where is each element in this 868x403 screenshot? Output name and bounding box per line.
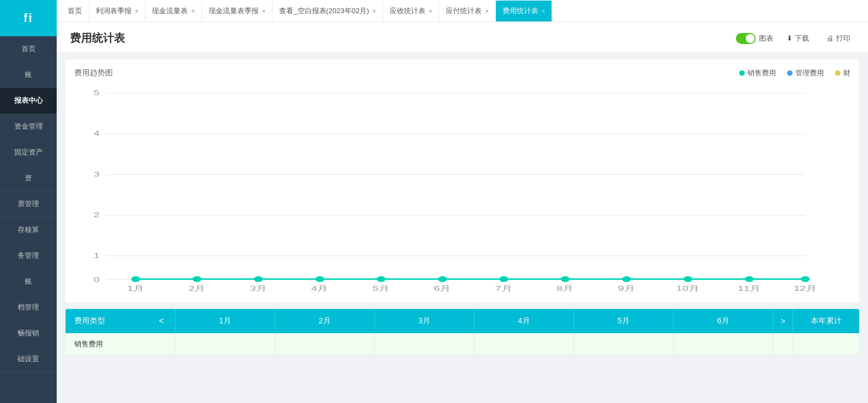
legend-label-finance: 财: [843, 68, 850, 78]
th-month-2: 2月: [275, 309, 375, 333]
th-ytd: 本年累计: [793, 309, 859, 333]
tab-cashflow[interactable]: 现金流量表 ×: [145, 1, 201, 21]
tab-expense[interactable]: 费用统计表 ×: [496, 1, 552, 21]
th-type: 费用类型 <: [65, 309, 176, 333]
table-header-row: 费用类型 < 1月 2月 3月 4月 5月: [65, 309, 859, 333]
nav-next-button[interactable]: >: [773, 309, 793, 333]
svg-text:2: 2: [94, 211, 100, 219]
th-month-1: 1月: [176, 309, 275, 333]
svg-text:3: 3: [94, 170, 100, 178]
svg-point-13: [193, 276, 201, 282]
sidebar-item-refund[interactable]: 畅报销: [0, 321, 57, 346]
chart-toggle-wrap: 图表: [736, 33, 773, 44]
svg-text:8月: 8月: [556, 284, 574, 292]
svg-point-22: [745, 276, 754, 282]
th-month-4: 4月: [474, 309, 574, 333]
svg-text:1月: 1月: [127, 284, 144, 292]
td-ytd: [793, 333, 859, 355]
tab-home[interactable]: 首页: [61, 1, 89, 21]
sidebar-item-settings[interactable]: 础设置: [0, 346, 57, 372]
sidebar-item-archive[interactable]: 档管理: [0, 295, 57, 321]
legend-sales: 销售费用: [739, 68, 776, 78]
svg-text:9月: 9月: [618, 284, 635, 292]
tab-close-expense[interactable]: ×: [542, 8, 545, 14]
svg-text:5月: 5月: [373, 284, 390, 292]
svg-point-15: [315, 276, 324, 282]
svg-point-18: [499, 276, 508, 282]
legend-label-mgmt: 管理费用: [795, 68, 824, 78]
svg-point-17: [438, 276, 447, 282]
tab-close-receivable[interactable]: ×: [429, 8, 432, 14]
svg-text:2月: 2月: [188, 284, 205, 292]
tab-close-profit[interactable]: ×: [135, 8, 138, 14]
tab-close-cashflow-q[interactable]: ×: [262, 8, 265, 14]
tab-close-blank-report[interactable]: ×: [373, 8, 376, 14]
legend-dot-mgmt: [787, 70, 793, 76]
chart-header: 费用趋势图 销售费用 管理费用 财: [74, 68, 850, 78]
th-month-3: 3月: [375, 309, 474, 333]
chart-legend: 销售费用 管理费用 财: [739, 68, 850, 78]
sidebar-item-salary[interactable]: 资: [0, 165, 57, 191]
tab-close-payable[interactable]: ×: [485, 8, 488, 14]
sidebar-item-service[interactable]: 务管理: [0, 243, 57, 269]
tab-bar: 首页 利润表季报 × 现金流量表 × 现金流量表季报 × 查看_空白报表(202…: [57, 0, 868, 22]
table-row: 销售费用: [65, 333, 859, 355]
td-m2: [275, 333, 375, 355]
svg-text:0: 0: [94, 275, 100, 284]
tab-close-cashflow[interactable]: ×: [191, 8, 194, 14]
chart-container: 5 4 3 2 1 0: [74, 85, 850, 294]
svg-text:4: 4: [94, 129, 100, 137]
legend-label-sales: 销售费用: [747, 68, 776, 78]
tab-cashflow-q[interactable]: 现金流量表季报 ×: [202, 1, 272, 21]
sidebar-item-finance[interactable]: 资金管理: [0, 114, 57, 140]
svg-text:4月: 4月: [311, 284, 328, 292]
page-header: 费用统计表 图表 ⬇ 下载 🖨 打印: [57, 22, 868, 53]
chart-section: 费用趋势图 销售费用 管理费用 财: [65, 59, 859, 302]
tab-payable[interactable]: 应付统计表 ×: [439, 1, 495, 21]
sidebar-item-inventory[interactable]: 存核算: [0, 217, 57, 243]
content-area: 费用统计表 图表 ⬇ 下载 🖨 打印 费用趋势图: [57, 22, 868, 403]
sidebar: fi 首页 账 报表中心 资金管理 固定资产 资 票管理 存核算 务管理 账 档…: [0, 0, 57, 403]
page-title: 费用统计表: [70, 31, 125, 46]
svg-text:10月: 10月: [676, 284, 700, 292]
download-icon: ⬇: [787, 34, 793, 42]
svg-point-21: [684, 276, 692, 282]
chart-toggle-label: 图表: [759, 34, 773, 43]
print-button[interactable]: 🖨 打印: [822, 31, 855, 46]
svg-point-12: [131, 276, 140, 282]
sidebar-item-ledger[interactable]: 账: [0, 269, 57, 295]
sidebar-item-report[interactable]: 报表中心: [0, 88, 57, 114]
th-month-5: 5月: [574, 309, 674, 333]
chart-title: 费用趋势图: [74, 68, 113, 78]
svg-text:11月: 11月: [738, 284, 761, 292]
td-m3: [375, 333, 474, 355]
tab-blank-report[interactable]: 查看_空白报表(2023年02月) ×: [272, 1, 383, 21]
td-nav: [773, 333, 793, 355]
header-actions: 图表 ⬇ 下载 🖨 打印: [736, 31, 855, 46]
chart-toggle[interactable]: [736, 33, 756, 44]
main-area: 首页 利润表季报 × 现金流量表 × 现金流量表季报 × 查看_空白报表(202…: [57, 0, 868, 403]
sidebar-item-invoice[interactable]: 票管理: [0, 191, 57, 217]
td-m4: [474, 333, 574, 355]
legend-dot-finance: [835, 70, 840, 76]
legend-finance: 财: [835, 68, 850, 78]
svg-text:7月: 7月: [495, 284, 512, 292]
chart-svg: 5 4 3 2 1 0: [74, 85, 850, 294]
svg-point-16: [376, 276, 385, 282]
sidebar-item-home[interactable]: 首页: [0, 36, 57, 62]
sidebar-item-account[interactable]: 账: [0, 62, 57, 88]
svg-point-20: [622, 276, 631, 282]
td-m6: [674, 333, 773, 355]
print-icon: 🖨: [827, 34, 834, 42]
td-m1: [176, 333, 275, 355]
tab-profit[interactable]: 利润表季报 ×: [89, 1, 145, 21]
svg-text:5: 5: [94, 89, 100, 97]
nav-prev-button[interactable]: <: [157, 316, 166, 326]
td-type: 销售费用: [65, 333, 176, 355]
th-month-6: 6月: [674, 309, 773, 333]
svg-point-14: [254, 276, 263, 282]
app-logo: fi: [0, 0, 57, 36]
tab-receivable[interactable]: 应收统计表 ×: [383, 1, 439, 21]
download-button[interactable]: ⬇ 下载: [782, 31, 814, 46]
sidebar-item-asset[interactable]: 固定资产: [0, 140, 57, 165]
